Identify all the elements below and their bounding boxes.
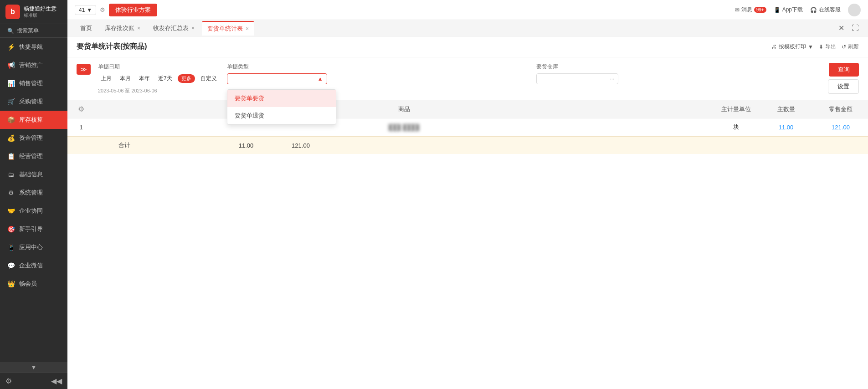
app-download-icon: 📱 [774, 7, 781, 13]
query-btn[interactable]: 查询 [829, 63, 859, 77]
tab-order-summary-close[interactable]: × [246, 26, 249, 32]
row-amount-value[interactable]: 121.00 [832, 124, 850, 131]
refresh-btn[interactable]: ↺ 刷新 [842, 43, 859, 51]
filter-toggle-btn[interactable]: ≫ [77, 64, 91, 75]
message-icon: ✉ [735, 7, 740, 13]
tab-inventory-batch-close[interactable]: × [137, 25, 140, 31]
sidebar-item-label: 营销推广 [19, 61, 43, 69]
sidebar-item-label: 资金管理 [19, 134, 43, 142]
dropdown-item-order-goods[interactable]: 要货单要货 [227, 90, 336, 107]
sidebar-scroll-down[interactable]: ▼ [0, 362, 67, 373]
user-avatar[interactable] [848, 4, 861, 16]
refresh-icon: ↺ [842, 44, 846, 50]
sidebar-item-cooperation[interactable]: 🤝 企业协同 [0, 202, 67, 220]
tab-home[interactable]: 首页 [75, 21, 98, 35]
filter-action-group: 查询 设置 [828, 63, 859, 94]
operations-icon: 📋 [6, 152, 15, 161]
data-table: ⚙ 商品 主计量单位 主数量 零 [67, 100, 868, 136]
sidebar-search[interactable]: 🔍 搜索菜单 [0, 24, 67, 38]
store-selector[interactable]: 41 ▼ [75, 5, 96, 15]
type-filter-label: 单据类型 [227, 63, 327, 71]
sidebar-menu: ⚡ 快捷导航 📢 营销推广 📊 销售管理 🛒 采购管理 📦 库存核算 💰 资金管… [0, 38, 67, 362]
sidebar-item-quick-nav[interactable]: ⚡ 快捷导航 [0, 38, 67, 56]
row-qty[interactable]: 11.00 [759, 118, 813, 136]
sidebar-item-label: 企业协同 [19, 207, 43, 215]
sidebar-item-operations[interactable]: 📋 经营管理 [0, 147, 67, 165]
search-label: 搜索菜单 [17, 27, 39, 35]
date-filter-label: 单据日期 [98, 63, 220, 71]
member-icon: 👑 [6, 279, 15, 288]
sidebar-logo: b 畅捷通好生意 标准版 [0, 0, 67, 24]
type-dropdown: 要货单要货 要货单退货 [227, 89, 336, 125]
tab-order-summary[interactable]: 要货单统计表 × [202, 21, 254, 36]
th-amount: 零售金额 [813, 100, 868, 118]
date-last-month-btn[interactable]: 上月 [98, 73, 114, 84]
sidebar-item-member[interactable]: 👑 畅会员 [0, 275, 67, 293]
tab-inventory-batch[interactable]: 库存批次账 × [99, 21, 146, 35]
warehouse-more-icon[interactable]: ··· [610, 76, 614, 82]
export-btn[interactable]: ⬇ 导出 [819, 43, 836, 51]
row-no: 1 [67, 118, 95, 136]
sidebar: b 畅捷通好生意 标准版 🔍 搜索菜单 ⚡ 快捷导航 📢 营销推广 📊 销售管理… [0, 0, 67, 389]
topbar-gear-icon[interactable]: ⚙ [100, 6, 105, 13]
gear-icon[interactable]: ⚙ [78, 105, 84, 113]
sidebar-item-sales[interactable]: 📊 销售管理 [0, 74, 67, 92]
footer-amount-value: 121.00 [273, 142, 328, 149]
online-service-btn[interactable]: 🎧 在线客服 [810, 6, 841, 14]
sales-icon: 📊 [6, 79, 15, 88]
row-amount[interactable]: 121.00 [813, 118, 868, 136]
table-footer: 合计 11.00 121.00 [67, 136, 868, 154]
sidebar-item-purchase[interactable]: 🛒 采购管理 [0, 92, 67, 111]
sidebar-item-basic[interactable]: 🗂 基础信息 [0, 165, 67, 184]
trial-btn[interactable]: 体验行业方案 [109, 4, 157, 16]
sidebar-item-wechat[interactable]: 💬 企业微信 [0, 256, 67, 275]
service-icon: 🎧 [810, 7, 817, 13]
sidebar-item-marketing[interactable]: 📢 营销推广 [0, 56, 67, 74]
settings-footer-icon[interactable]: ⚙ [5, 377, 12, 385]
type-select-wrapper[interactable]: ▲ [227, 73, 327, 84]
tab-order-summary-label: 要货单统计表 [207, 25, 243, 33]
warehouse-select[interactable]: ··· [536, 73, 618, 84]
dropdown-item-order-return[interactable]: 要货单退货 [227, 107, 336, 124]
tabbar-actions: ✕ ⛶ [837, 22, 861, 34]
chevron-down-icon: ▼ [31, 364, 37, 371]
date-more-btn[interactable]: 更多 [178, 74, 195, 83]
sidebar-item-app-center[interactable]: 📱 应用中心 [0, 238, 67, 256]
th-gear[interactable]: ⚙ [67, 100, 95, 118]
app-download-btn[interactable]: 📱 App下载 [774, 6, 803, 14]
topbar-right: ✉ 消息 99+ 📱 App下载 🎧 在线客服 [735, 4, 861, 16]
date-custom-btn[interactable]: 自定义 [198, 73, 220, 84]
footer-total-label: 合计 [100, 141, 219, 149]
sidebar-item-finance[interactable]: 💰 资金管理 [0, 129, 67, 147]
online-service-label: 在线客服 [819, 6, 841, 14]
finance-icon: 💰 [6, 133, 15, 143]
tab-receipt-summary-close[interactable]: × [191, 25, 195, 31]
wechat-icon: 💬 [6, 261, 15, 270]
sidebar-item-inventory[interactable]: 📦 库存核算 [0, 111, 67, 129]
quick-nav-icon: ⚡ [6, 42, 15, 51]
type-select-input[interactable] [231, 76, 318, 82]
collapse-sidebar-icon[interactable]: ◀◀ [51, 377, 62, 385]
footer-qty-value: 11.00 [219, 142, 273, 149]
type-chevron-icon[interactable]: ▲ [318, 76, 323, 82]
app-center-icon: 📱 [6, 243, 15, 252]
filter-settings-btn[interactable]: 设置 [828, 79, 859, 94]
th-goods: 商品 [95, 100, 713, 118]
th-unit: 主计量单位 [713, 100, 759, 118]
sidebar-item-label: 畅会员 [19, 280, 37, 288]
sidebar-item-guide[interactable]: 🎯 新手引导 [0, 220, 67, 238]
date-this-month-btn[interactable]: 本月 [117, 73, 134, 84]
sidebar-item-system[interactable]: ⚙ 系统管理 [0, 184, 67, 202]
content-area: 要货单统计表(按商品) 🖨 按模板打印 ▼ ⬇ 导出 ↺ 刷新 [67, 36, 868, 389]
date-this-year-btn[interactable]: 本年 [136, 73, 153, 84]
system-icon: ⚙ [6, 188, 15, 197]
date-last-7days-btn[interactable]: 近7天 [155, 73, 175, 84]
row-qty-value[interactable]: 11.00 [779, 124, 794, 131]
tab-receipt-summary[interactable]: 收发存汇总表 × [148, 21, 200, 35]
restore-tabs-btn[interactable]: ⛶ [850, 22, 861, 34]
col-goods-label: 商品 [398, 106, 410, 113]
close-all-tabs-btn[interactable]: ✕ [837, 22, 846, 34]
sidebar-footer: ⚙ ◀◀ [0, 373, 67, 389]
print-btn[interactable]: 🖨 按模板打印 ▼ [771, 43, 813, 51]
messages-btn[interactable]: ✉ 消息 99+ [735, 6, 766, 14]
